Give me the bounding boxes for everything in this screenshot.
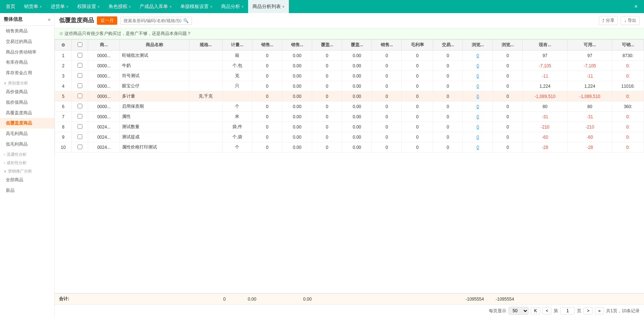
- row-cover2: 0.00: [342, 102, 372, 112]
- nav-item-sales[interactable]: 销货单 ×: [20, 0, 46, 13]
- search-input[interactable]: [123, 18, 182, 23]
- row-view1[interactable]: 0: [463, 132, 493, 142]
- nav-item-product-analysis[interactable]: 商品分析 ×: [217, 0, 248, 13]
- sidebar-item-high-margin[interactable]: 高毛利商品: [0, 128, 54, 139]
- sidebar-item-stocked-goods[interactable]: 有库存商品: [0, 57, 54, 68]
- next-page-button[interactable]: >: [584, 307, 593, 314]
- row-checkbox[interactable]: [72, 51, 88, 61]
- nav-close-template[interactable]: ×: [210, 5, 212, 9]
- row-view1[interactable]: 0: [463, 61, 493, 71]
- row-checkbox[interactable]: [72, 132, 88, 142]
- time-filter-button[interactable]: 近一月: [97, 16, 117, 25]
- search-icon[interactable]: 🔍: [183, 18, 189, 23]
- row-view1[interactable]: 0: [463, 51, 493, 61]
- per-page-select[interactable]: 50 20 100: [508, 307, 529, 315]
- nav-close-roles[interactable]: ×: [129, 5, 131, 9]
- settings-icon[interactable]: ⚙: [61, 43, 65, 48]
- row-view1[interactable]: 0: [463, 122, 493, 132]
- th-code[interactable]: 商...: [88, 40, 120, 51]
- row-view1[interactable]: 0: [463, 91, 493, 102]
- sidebar-item-high-value[interactable]: 高价值商品: [0, 87, 54, 97]
- row-view1[interactable]: 0: [463, 71, 493, 81]
- row-view1[interactable]: 0: [463, 102, 493, 112]
- nav-close-product-storage[interactable]: ×: [169, 5, 172, 9]
- th-cover2[interactable]: 覆盖...: [342, 40, 372, 51]
- sidebar-section-coverage[interactable]: ∨ 类别度分析: [0, 78, 54, 87]
- row-checkbox[interactable]: [72, 102, 88, 112]
- page-input[interactable]: [560, 307, 575, 314]
- nav-item-product-analysis-list[interactable]: 商品分析列表 ×: [248, 0, 289, 13]
- row-view2: 0: [493, 122, 523, 132]
- last-page-button[interactable]: »: [595, 307, 604, 314]
- th-view2[interactable]: 浏览...: [493, 40, 523, 51]
- share-button[interactable]: ⤴ 分享: [599, 16, 618, 25]
- row-sellable: 360:: [612, 102, 644, 112]
- export-button[interactable]: ↓ 导出: [621, 16, 640, 25]
- row-checkbox[interactable]: [72, 91, 88, 102]
- first-page-button[interactable]: K: [531, 307, 540, 314]
- nav-close-permissions[interactable]: ×: [98, 5, 100, 9]
- th-sales2[interactable]: 销售...: [282, 40, 312, 51]
- row-checkbox[interactable]: [72, 81, 88, 91]
- th-unit[interactable]: 计量...: [222, 40, 252, 51]
- row-sales2: 0.00: [282, 81, 312, 91]
- nav-item-permissions[interactable]: 权限设置 ×: [73, 0, 104, 13]
- th-stock[interactable]: 现有...: [523, 40, 568, 51]
- nav-close-product-analysis[interactable]: ×: [242, 5, 244, 9]
- row-checkbox[interactable]: [72, 61, 88, 71]
- select-all-checkbox[interactable]: [78, 42, 82, 47]
- row-sales1: 0: [252, 51, 282, 61]
- sidebar-item-sales-goods[interactable]: 销售类商品: [0, 26, 54, 36]
- sidebar-item-low-coverage[interactable]: 低覆盖度商品: [0, 118, 54, 128]
- row-spec: 克,千克: [189, 91, 222, 102]
- sidebar-collapse-button[interactable]: «: [48, 16, 51, 22]
- sidebar-item-low-value[interactable]: 低价值商品: [0, 97, 54, 108]
- sidebar-item-all-goods[interactable]: 全部商品: [0, 175, 54, 185]
- sidebar-item-category-turnover[interactable]: 商品分类动销率: [0, 47, 54, 58]
- nav-close-purchase[interactable]: ×: [66, 5, 68, 9]
- row-cover2: 0.00: [342, 142, 372, 152]
- sidebar-item-capital-usage[interactable]: 库存资金占用: [0, 68, 54, 78]
- row-available: -28: [568, 142, 612, 152]
- sidebar-item-new-goods[interactable]: 新品: [0, 185, 54, 196]
- row-sellable: 0:: [612, 91, 644, 102]
- row-checkbox[interactable]: [72, 122, 88, 132]
- th-margin[interactable]: 毛利率: [402, 40, 433, 51]
- th-spec[interactable]: 规格...: [189, 40, 222, 51]
- th-sellable[interactable]: 可销...: [612, 40, 644, 51]
- sidebar-item-traded-goods[interactable]: 交易过的商品: [0, 36, 54, 47]
- th-name[interactable]: 商品名称: [120, 40, 189, 51]
- nav-item-product-storage[interactable]: 产成品入库单 ×: [135, 0, 176, 13]
- nav-item-template[interactable]: 单据模板设置 ×: [176, 0, 217, 13]
- row-checkbox[interactable]: [72, 142, 88, 152]
- row-available: -31: [568, 112, 612, 122]
- th-cover1[interactable]: 覆盖...: [312, 40, 342, 51]
- row-view1[interactable]: 0: [463, 81, 493, 91]
- prev-page-button[interactable]: <: [542, 307, 551, 314]
- row-num: 7: [55, 112, 72, 122]
- row-cover2: 0.00: [342, 132, 372, 142]
- nav-item-home[interactable]: 首页: [1, 0, 20, 13]
- sidebar-section-marketing[interactable]: ∨ 营销推广分析: [0, 166, 54, 175]
- th-view1[interactable]: 浏览...: [463, 40, 493, 51]
- th-checkbox[interactable]: [72, 40, 88, 51]
- sidebar-section-liquidity[interactable]: › 流通性分析: [0, 150, 54, 158]
- th-sales3[interactable]: 销售...: [372, 40, 402, 51]
- row-view1[interactable]: 0: [463, 142, 493, 152]
- th-trade[interactable]: 交易...: [433, 40, 463, 51]
- sidebar-item-low-margin[interactable]: 低毛利商品: [0, 139, 54, 150]
- nav-item-purchase[interactable]: 进货单 ×: [46, 0, 73, 13]
- th-available[interactable]: 可用...: [568, 40, 612, 51]
- nav-item-roles[interactable]: 角色授权 ×: [104, 0, 136, 13]
- window-close-button[interactable]: ×: [629, 0, 643, 13]
- sidebar-item-high-coverage[interactable]: 高覆盖度商品: [0, 108, 54, 118]
- nav-close-product-analysis-list[interactable]: ×: [282, 5, 284, 9]
- th-sales1[interactable]: 销售...: [252, 40, 282, 51]
- row-checkbox[interactable]: [72, 71, 88, 81]
- row-view1[interactable]: 0: [463, 112, 493, 122]
- th-settings[interactable]: ⚙: [55, 40, 72, 51]
- sidebar-section-growth[interactable]: › 成长性分析: [0, 158, 54, 166]
- row-sales2: 0.00: [282, 91, 312, 102]
- row-checkbox[interactable]: [72, 112, 88, 122]
- nav-close-sales[interactable]: ×: [40, 5, 42, 9]
